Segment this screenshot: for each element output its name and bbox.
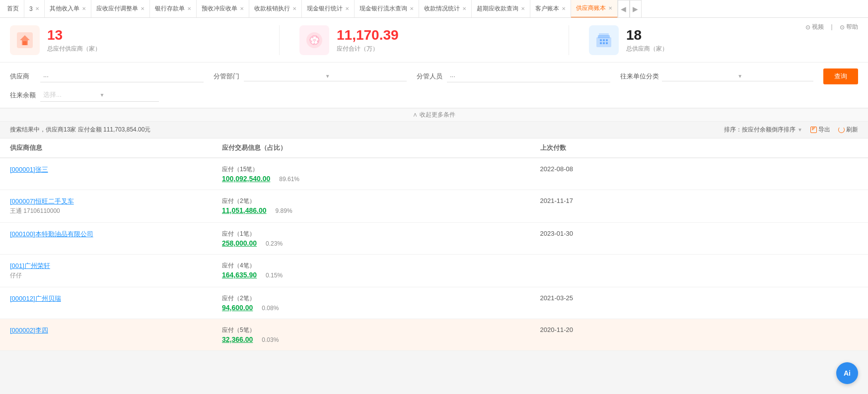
result-bar-right: 排序：按应付余额倒序排序 ▼ 导出 刷新 (724, 126, 858, 134)
svg-rect-7 (600, 39, 602, 41)
close-cash-bank-stat[interactable]: ✕ (345, 6, 349, 11)
export-button[interactable]: 导出 (810, 126, 830, 134)
transaction-info-2: 应付（2笔） 11,051,486.00 9.89% (222, 197, 540, 214)
table-header-row: 供应商信息 应付交易信息（占比） 上次付数 (0, 138, 868, 158)
export-icon (810, 127, 817, 133)
supplier-filter-input[interactable] (40, 70, 204, 82)
stat-text-payable-total: 11,170.39 应付合计（万） (337, 27, 399, 53)
trans-pct-4: 0.15% (266, 272, 283, 279)
refresh-button[interactable]: 刷新 (838, 126, 858, 134)
transaction-info-5: 应付（2笔） 94,600.00 0.08% (222, 294, 540, 312)
lastpay-2: 2021-11-17 (540, 197, 752, 204)
sort-select[interactable]: 排序：按应付余额倒序排序 ▼ (724, 126, 802, 134)
lastpay-3: 2023-01-30 (540, 230, 752, 237)
nav-tab-collect-stat[interactable]: 收款情况统计 ✕ (419, 0, 472, 18)
close-supplier[interactable]: ✕ (608, 5, 612, 11)
nav-tab-bank-deposit[interactable]: 银行存款单 ✕ (150, 0, 197, 18)
header-transaction: 应付交易信息（占比） (222, 143, 540, 152)
dept-filter-select[interactable]: ▼ (244, 71, 407, 81)
close-overdue[interactable]: ✕ (521, 6, 525, 11)
svg-rect-11 (603, 42, 605, 44)
video-link[interactable]: ⊙ 视频 (805, 23, 824, 31)
nav-tab-supplier[interactable]: 供应商账本 ✕ (571, 0, 618, 18)
trans-pct-3: 0.23% (266, 240, 283, 247)
nav-tab-prepay[interactable]: 预收冲应收单 ✕ (197, 0, 249, 18)
balance-filter-arrow: ▼ (100, 92, 156, 98)
supplier-link-3[interactable]: [000100]本特勤油品有限公司 (10, 230, 222, 239)
nav-tab-home[interactable]: 首页 (2, 0, 24, 18)
trans-pct-1: 89.61% (279, 176, 299, 183)
close-customer[interactable]: ✕ (562, 6, 566, 11)
supplier-link-5[interactable]: [000012]广州贝瑞 (10, 294, 222, 303)
supplier-link-1[interactable]: [000001]张三 (10, 165, 222, 174)
video-icon: ⊙ (805, 24, 810, 31)
close-collect-verify[interactable]: ✕ (292, 6, 296, 11)
svg-rect-12 (606, 42, 608, 44)
person-filter-input[interactable] (447, 70, 610, 82)
nav-tab-cash-bank-flow-label: 现金银行流水查询 (360, 4, 407, 13)
nav-tab-3-close[interactable]: ✕ (35, 6, 39, 11)
nav-tab-bank-deposit-label: 银行存款单 (155, 4, 185, 13)
filter-area: 供应商 分管部门 ▼ 分管人员 往来单位分类 ▼ 查询 (0, 63, 868, 108)
close-cash-bank-flow[interactable]: ✕ (410, 6, 414, 11)
balance-filter-label: 往来余额 (10, 91, 37, 100)
trans-row-6: 32,366.00 0.03% (222, 334, 540, 343)
close-collect-stat[interactable]: ✕ (462, 6, 466, 11)
trans-amount-6[interactable]: 32,366.00 (222, 335, 253, 343)
trans-row-2: 11,051,486.00 9.89% (222, 205, 540, 214)
nav-tab-prepay-label: 预收冲应收单 (202, 4, 237, 13)
supplier-link-6[interactable]: [000002]李四 (10, 326, 222, 335)
supplier-info-4: [001]广州荣轩 仔仔 (10, 262, 222, 280)
help-link[interactable]: ⊙ 帮助 (840, 23, 858, 31)
transaction-info-1: 应付（15笔） 100,092,540.00 89.61% (222, 165, 540, 183)
close-prepay[interactable]: ✕ (240, 6, 244, 11)
collapse-bar[interactable]: ∧ 收起更多条件 (0, 108, 868, 122)
trans-amount-2[interactable]: 11,051,486.00 (222, 206, 267, 214)
category-filter-select[interactable]: ▼ (662, 71, 814, 81)
nav-tab-overdue[interactable]: 超期应收款查询 ✕ (472, 0, 530, 18)
trans-amount-1[interactable]: 100,092,540.00 (222, 175, 270, 183)
nav-tab-cash-bank-stat[interactable]: 现金银行统计 ✕ (302, 0, 355, 18)
nav-tab-other-income[interactable]: 其他收入单 ✕ (45, 0, 91, 18)
nav-prev-arrow[interactable]: ◀ (618, 0, 630, 18)
close-bank-deposit[interactable]: ✕ (187, 6, 191, 11)
person-filter-label: 分管人员 (417, 72, 444, 81)
header-supplier: 供应商信息 (10, 143, 222, 152)
supplier-link-4[interactable]: [001]广州荣轩 (10, 262, 222, 270)
nav-tab-cash-bank-flow[interactable]: 现金银行流水查询 ✕ (355, 0, 419, 18)
supplier-info-5: [000012]广州贝瑞 (10, 294, 222, 303)
trans-amount-3[interactable]: 258,000.00 (222, 239, 257, 247)
balance-filter-select[interactable]: 选择... ▼ (40, 88, 159, 102)
nav-tab-customer-label: 客户账本 (535, 4, 559, 13)
trans-label-1: 应付（15笔） (222, 165, 540, 174)
close-ap-adjust[interactable]: ✕ (141, 6, 145, 11)
header-lastpay: 上次付数 (540, 143, 752, 152)
filter-row-1: 供应商 分管部门 ▼ 分管人员 往来单位分类 ▼ 查询 (10, 68, 858, 84)
nav-next-arrow[interactable]: ▶ (630, 0, 642, 18)
nav-tab-ap-adjust-label: 应收应付调整单 (96, 4, 138, 13)
refresh-icon (838, 127, 845, 133)
query-button[interactable]: 查询 (823, 68, 858, 84)
header-extra (752, 143, 859, 152)
stat-number-payable-suppliers: 13 (47, 27, 101, 44)
nav-tab-cash-bank-stat-label: 现金银行统计 (307, 4, 343, 13)
nav-tab-supplier-label: 供应商账本 (576, 4, 606, 12)
table-row: [001]广州荣轩 仔仔 应付（4笔） 164,635.90 0.15% (0, 255, 868, 287)
nav-tab-collect-verify-label: 收款核销执行 (254, 4, 290, 13)
trans-label-5: 应付（2笔） (222, 294, 540, 303)
filter-dept: 分管部门 ▼ (214, 71, 407, 81)
supplier-link-2[interactable]: [000007]恒旺二手叉车 (10, 197, 222, 206)
nav-tab-ap-adjust[interactable]: 应收应付调整单 ✕ (91, 0, 150, 18)
nav-tab-3[interactable]: 3 ✕ (24, 0, 45, 18)
trans-amount-4[interactable]: 164,635.90 (222, 271, 257, 279)
stat-text-payable-suppliers: 13 总应付供应商（家） (47, 27, 101, 53)
close-other-income[interactable]: ✕ (82, 6, 86, 11)
trans-amount-5[interactable]: 94,600.00 (222, 304, 253, 312)
result-summary: 搜索结果中，供应商13家 应付金额 111,703,854.00元 (10, 126, 150, 134)
filter-category: 往来单位分类 ▼ (620, 71, 814, 81)
nav-tab-collect-verify[interactable]: 收款核销执行 ✕ (249, 0, 302, 18)
svg-text:💮: 💮 (309, 35, 320, 46)
nav-tab-customer[interactable]: 客户账本 ✕ (530, 0, 571, 18)
table-row: [000100]本特勤油品有限公司 应付（1笔） 258,000.00 0.23… (0, 223, 868, 255)
export-label: 导出 (818, 126, 830, 134)
